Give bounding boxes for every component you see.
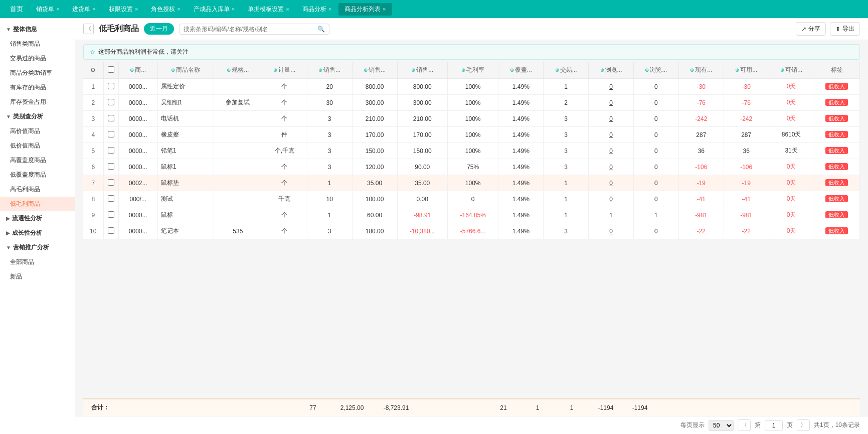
page-input[interactable] [765,420,783,430]
row-checkbox[interactable] [103,223,118,239]
sidebar-item-high-margin[interactable]: 高毛利商品 [0,182,75,197]
row-name[interactable]: 鼠标 [157,207,214,223]
export-button[interactable]: ⬆ 导出 [830,22,860,36]
collapse-sidebar-button[interactable]: 《 [83,24,94,34]
close-roles-icon[interactable]: × [177,6,180,12]
th-view2[interactable]: ⊕浏览... [634,62,679,79]
close-products-icon[interactable]: × [232,6,235,12]
sidebar-item-low-margin[interactable]: 低毛利商品 [0,197,75,211]
nav-analysis[interactable]: 商品分析× [296,3,337,16]
sidebar-group-category[interactable]: ▼ 类别查分析 [0,109,75,124]
row-checkbox[interactable] [103,159,118,175]
nav-roles[interactable]: 角色授权× [145,3,186,16]
close-purchase-icon[interactable]: × [92,6,95,12]
nav-purchase[interactable]: 进货单× [66,3,101,16]
sidebar-item-high-coverage[interactable]: 高覆盖度商品 [0,153,75,168]
th-name[interactable]: ⊕商品名称 [157,62,214,79]
th-code[interactable]: ⊕商... [118,62,157,79]
sidebar-item-new-products[interactable]: 新品 [0,269,75,284]
th-qty[interactable]: ⊕销售... [307,62,352,79]
sidebar-item-traded[interactable]: 交易过的商品 [0,51,75,66]
row-checkbox[interactable] [103,95,118,111]
row-name[interactable]: 测试 [157,191,214,207]
prev-page-button[interactable]: 〈 [738,419,751,431]
row-checkbox[interactable] [103,143,118,159]
table-row: 2 0000... 吴细细1 参加复试 个 30 300.00 300.00 1… [83,95,860,111]
close-analysis-list-icon[interactable]: × [383,6,386,12]
row-unit: 千克 [262,191,307,207]
row-name[interactable]: 属性定价 [157,79,214,95]
th-unit[interactable]: ⊕计量... [262,62,307,79]
th-price[interactable]: ⊕销售... [352,62,397,79]
share-button[interactable]: ↗ 分享 [796,22,826,36]
th-view1[interactable]: ⊕浏览... [589,62,634,79]
nav-templates[interactable]: 单据模板设置× [242,3,295,16]
close-analysis-icon[interactable]: × [328,6,331,12]
th-sellable[interactable]: ⊕可销... [769,62,814,79]
row-name[interactable]: 铅笔1 [157,143,214,159]
close-permissions-icon[interactable]: × [135,6,138,12]
row-name[interactable]: 吴细细1 [157,95,214,111]
th-current[interactable]: ⊕现有... [678,62,724,79]
th-margin[interactable]: ⊕毛利率 [447,62,498,79]
th-checkbox[interactable] [103,62,118,79]
th-spec[interactable]: ⊕规格... [214,62,262,79]
row-checkbox[interactable] [103,79,118,95]
search-icon[interactable]: 🔍 [317,26,325,33]
th-sale[interactable]: ⊕销售... [397,62,447,79]
nav-sales[interactable]: 销货单× [30,3,65,16]
row-name[interactable]: 鼠标垫 [157,175,214,191]
row-checkbox[interactable] [103,207,118,223]
row-checkbox[interactable] [103,127,118,143]
row-view1[interactable]: 0 [589,223,634,239]
row-view1[interactable]: 0 [589,127,634,143]
sidebar-item-sales-products[interactable]: 销售类商品 [0,37,75,51]
per-page-select[interactable]: 50 20 100 [709,420,734,431]
sidebar-group-growth[interactable]: ▶ 成长性分析 [0,226,75,240]
row-checkbox[interactable] [103,191,118,207]
sidebar-item-capital[interactable]: 库存资金占用 [0,95,75,109]
close-sales-icon[interactable]: × [56,6,59,12]
sidebar-item-high-value[interactable]: 高价值商品 [0,124,75,138]
row-name[interactable]: 电话机 [157,111,214,127]
sidebar-item-all-products[interactable]: 全部商品 [0,255,75,269]
sidebar-item-category-rate[interactable]: 商品分类助销率 [0,66,75,80]
search-input[interactable] [184,26,315,33]
row-name[interactable]: 笔记本 [157,223,214,239]
row-view1[interactable]: 0 [589,159,634,175]
nav-home[interactable]: 首页 [4,3,29,16]
period-button[interactable]: 近一月 [144,23,174,35]
th-available[interactable]: ⊕可用... [724,62,769,79]
row-view1[interactable]: 0 [589,191,634,207]
row-available: 287 [724,127,769,143]
nav-products[interactable]: 产成品入库单× [188,3,241,16]
sidebar-group-marketing[interactable]: ▼ 营销推广分析 [0,240,75,255]
sidebar-group-flow[interactable]: ▶ 流通性分析 [0,211,75,226]
row-name[interactable]: 橡皮擦 [157,127,214,143]
row-view1[interactable]: 0 [589,111,634,127]
row-view1[interactable]: 1 [589,207,634,223]
select-all-checkbox[interactable] [108,66,114,73]
sidebar-group-overall[interactable]: ▼ 整体信息 [0,22,75,37]
th-coverage[interactable]: ⊕覆盖... [498,62,544,79]
row-view1[interactable]: 0 [589,143,634,159]
row-checkbox[interactable] [103,111,118,127]
nav-analysis-list[interactable]: 商品分析列表× [338,3,392,16]
row-checkbox[interactable] [103,175,118,191]
th-trade[interactable]: ⊕交易... [544,62,589,79]
row-spec [214,191,262,207]
row-coverage: 1 [544,175,589,191]
row-view1[interactable]: 0 [589,95,634,111]
table-container[interactable]: ⚙ ⊕商... ⊕商品名称 ⊕规格... ⊕计量... ⊕销售... ⊕销售..… [83,62,860,398]
next-page-button[interactable]: 〉 [797,419,810,431]
row-name[interactable]: 鼠标1 [157,159,214,175]
nav-permissions[interactable]: 权限设置× [103,3,144,16]
close-templates-icon[interactable]: × [286,6,289,12]
th-tag[interactable]: 标签 [814,62,859,79]
sidebar-item-stocked[interactable]: 有库存的商品 [0,80,75,95]
row-view1[interactable]: 0 [589,79,634,95]
th-settings[interactable]: ⚙ [83,62,103,79]
row-view1[interactable]: 0 [589,175,634,191]
sidebar-item-low-coverage[interactable]: 低覆盖度商品 [0,168,75,182]
sidebar-item-low-value[interactable]: 低价值商品 [0,138,75,153]
